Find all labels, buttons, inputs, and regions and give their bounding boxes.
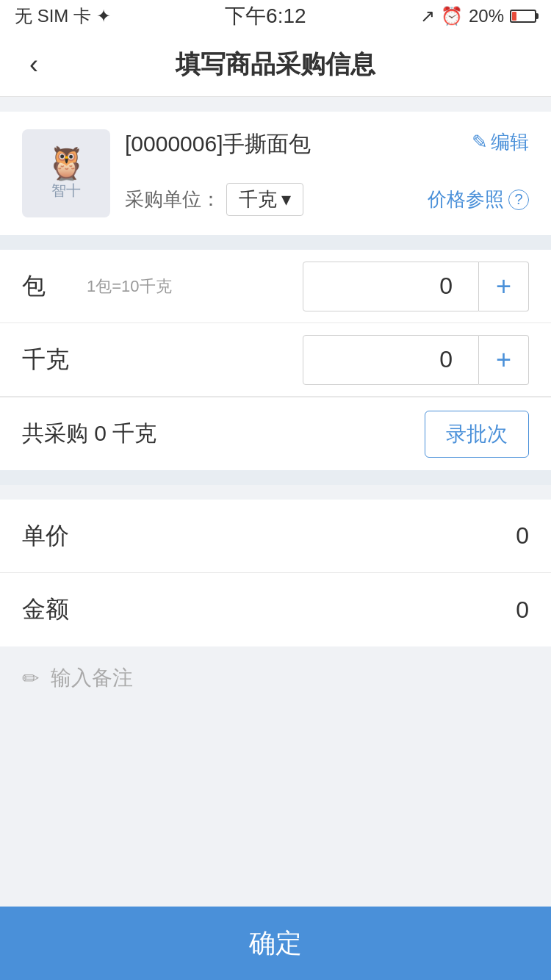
product-info: [0000006]手撕面包 ✎ 编辑 采购单位： 千克 ▾ 价格参照 ? [125, 129, 529, 216]
input-section: 包 1包=10千克 + 千克 + 共采购 0 千克 录批次 [0, 250, 551, 470]
status-right: ↗ ⏰ 20% [420, 6, 536, 26]
section-divider-2 [0, 470, 551, 485]
amount-row: 金额 0 [0, 573, 551, 646]
price-ref-icon: ? [508, 190, 529, 210]
unit-select[interactable]: 千克 ▾ [226, 183, 303, 216]
owl-icon: 🦉 [46, 147, 87, 179]
status-bar: 无 SIM 卡 ✦ 下午6:12 ↗ ⏰ 20% [0, 0, 551, 32]
bag-input-row: 包 1包=10千克 + [0, 250, 551, 323]
sim-status: 无 SIM 卡 ✦ [15, 4, 111, 28]
nav-bar: ‹ 填写商品采购信息 [0, 32, 551, 97]
amount-label: 金额 [22, 594, 69, 626]
bag-sublabel: 1包=10千克 [87, 275, 172, 298]
product-card: 🦉 智十 [0000006]手撕面包 ✎ 编辑 采购单位： 千克 ▾ [0, 112, 551, 235]
battery-percent: 20% [469, 6, 504, 26]
edit-label: 编辑 [491, 129, 529, 155]
confirm-button[interactable]: 确定 [0, 907, 551, 980]
bag-plus-button[interactable]: + [479, 262, 529, 311]
alarm-icon: ⏰ [441, 6, 463, 26]
summary-text: 共采购 0 千克 [22, 419, 156, 449]
batch-button[interactable]: 录批次 [425, 411, 529, 458]
brand-label: 智十 [51, 181, 81, 201]
bag-label: 包 [22, 270, 81, 303]
unit-label: 采购单位： [125, 187, 220, 212]
unit-price-row: 单价 0 [0, 500, 551, 573]
price-ref-label: 价格参照 [428, 187, 504, 212]
product-name: [0000006]手撕面包 [125, 129, 311, 159]
unit-price-label: 单价 [22, 520, 69, 552]
pencil-icon: ✏ [22, 666, 39, 691]
page-title: 填写商品采购信息 [176, 48, 375, 82]
bag-quantity-input[interactable] [303, 262, 479, 311]
edit-icon: ✎ [472, 131, 488, 154]
status-time: 下午6:12 [225, 2, 306, 30]
price-ref-button[interactable]: 价格参照 ? [428, 187, 529, 212]
status-left: 无 SIM 卡 ✦ [15, 4, 111, 28]
amount-value: 0 [516, 597, 529, 624]
edit-button[interactable]: ✎ 编辑 [472, 129, 529, 155]
product-image: 🦉 智十 [22, 129, 110, 217]
kg-quantity-input[interactable] [303, 335, 479, 385]
remark-input[interactable]: 输入备注 [51, 664, 133, 692]
kg-plus-button[interactable]: + [479, 335, 529, 385]
unit-value: 千克 [239, 187, 277, 212]
location-icon: ↗ [420, 6, 435, 26]
summary-row: 共采购 0 千克 录批次 [0, 397, 551, 470]
battery-icon [510, 10, 536, 23]
kg-input-row: 千克 + [0, 323, 551, 397]
back-button[interactable]: ‹ [22, 42, 46, 87]
info-section: 单价 0 金额 0 [0, 500, 551, 646]
unit-price-value: 0 [516, 522, 529, 550]
section-divider-1 [0, 235, 551, 250]
remark-section[interactable]: ✏ 输入备注 [0, 646, 551, 710]
dropdown-icon: ▾ [281, 188, 291, 211]
kg-label: 千克 [22, 344, 81, 376]
